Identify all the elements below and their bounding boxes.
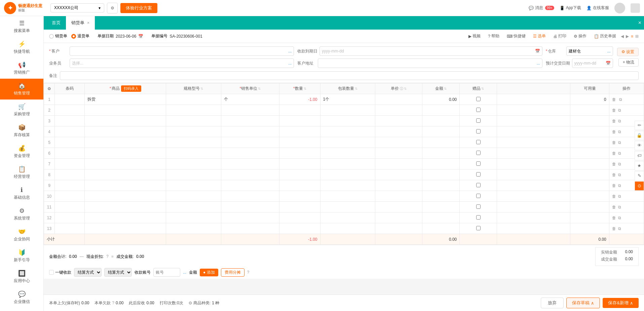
right-tool-active[interactable]: ⊙ bbox=[635, 181, 644, 191]
cell-unit[interactable]: 个 bbox=[221, 94, 279, 105]
delete-icon[interactable]: 🗑 bbox=[612, 140, 616, 145]
sidebar-item-system[interactable]: ⚙ 系统管理 bbox=[0, 204, 43, 225]
trial-button[interactable]: 体验行业方案 bbox=[120, 3, 157, 13]
cell-price[interactable] bbox=[375, 94, 422, 105]
note-input[interactable] bbox=[60, 71, 639, 80]
view-list-icon[interactable]: ≡ bbox=[631, 34, 633, 39]
warehouse-wrap[interactable]: 建材仓 ... bbox=[566, 46, 613, 56]
save-new-button[interactable]: 保存&新增 ∧ bbox=[603, 298, 639, 308]
sidebar-item-marketing[interactable]: 📢 营销推广 bbox=[0, 58, 43, 79]
cell-qty[interactable]: -1.00 bbox=[279, 94, 320, 105]
calc-method-select2[interactable]: 结算方式 bbox=[104, 268, 132, 277]
sidebar-item-cooperation[interactable]: 🤝 企业协同 bbox=[0, 225, 43, 245]
company-selector[interactable]: XXXXXX公司 ▾ bbox=[50, 3, 104, 12]
copy-icon[interactable]: ⧉ bbox=[618, 216, 621, 220]
sidebar-item-search[interactable]: ☰ 搜索菜单 bbox=[0, 16, 43, 37]
cell-spec[interactable] bbox=[166, 94, 221, 105]
add-payment-btn[interactable]: ● 添加 bbox=[200, 269, 218, 276]
payment-cal-icon[interactable]: 📅 bbox=[535, 49, 540, 53]
expected-date-wrap[interactable]: yyyy-mm-dd 📅 bbox=[572, 59, 613, 68]
gift-checkbox[interactable] bbox=[476, 183, 481, 187]
delete-icon[interactable]: 🗑 bbox=[612, 183, 616, 188]
gift-checkbox[interactable] bbox=[476, 215, 481, 220]
gift-checkbox[interactable] bbox=[476, 151, 481, 155]
salesperson-dots[interactable]: ... bbox=[288, 61, 292, 66]
sidebar-item-basic-info[interactable]: ℹ 基础信息 bbox=[0, 183, 43, 204]
gift-checkbox[interactable] bbox=[476, 161, 481, 166]
copy-icon[interactable]: ⧉ bbox=[618, 194, 621, 199]
gift-checkbox[interactable] bbox=[476, 140, 481, 144]
delete-icon[interactable]: 🗑 bbox=[612, 162, 616, 166]
gift-checkbox[interactable] bbox=[476, 226, 481, 230]
discount-help-icon[interactable]: ? bbox=[106, 254, 109, 259]
gift-checkbox[interactable] bbox=[476, 172, 481, 177]
shortcut-btn[interactable]: ⌨ 快捷键 bbox=[504, 32, 528, 40]
copy-icon[interactable]: ⧉ bbox=[618, 172, 621, 177]
col-settings[interactable]: ⚙ bbox=[44, 83, 55, 94]
arrear-help-icon[interactable]: ? bbox=[112, 301, 114, 305]
save-draft-button[interactable]: 保存草稿 ∧ bbox=[566, 298, 600, 308]
sidebar-item-guide[interactable]: 🔰 新手引导 bbox=[0, 245, 43, 266]
video-btn[interactable]: ▶ 视频 bbox=[466, 32, 483, 40]
copy-icon[interactable]: ⧉ bbox=[618, 129, 621, 134]
right-tool-star[interactable]: ★ bbox=[635, 161, 644, 170]
gift-checkbox[interactable] bbox=[476, 118, 481, 123]
account-input[interactable] bbox=[153, 268, 180, 277]
nav-right-icon[interactable]: ▶ bbox=[626, 34, 629, 39]
cell-barcode[interactable] bbox=[55, 94, 85, 105]
delete-icon[interactable]: 🗑 bbox=[612, 216, 616, 220]
warehouse-dots[interactable]: ... bbox=[607, 49, 611, 53]
cell-pkg-qty[interactable]: 1个 bbox=[320, 94, 375, 105]
delete-icon[interactable]: 🗑 bbox=[612, 108, 616, 113]
sidebar-item-finance[interactable]: 💰 资金管理 bbox=[0, 141, 43, 162]
expected-cal-icon[interactable]: 📅 bbox=[606, 61, 611, 66]
logistics-button[interactable]: + 物流 bbox=[618, 58, 639, 67]
delete-icon[interactable]: 🗑 bbox=[612, 129, 616, 134]
right-tool-edit[interactable]: ✏ bbox=[635, 121, 644, 130]
tab-close-icon[interactable]: × bbox=[87, 21, 89, 25]
gift-checkbox[interactable] bbox=[476, 97, 481, 101]
customer-input-wrap[interactable]: ... bbox=[70, 46, 294, 56]
right-tool-pen[interactable]: ✎ bbox=[635, 171, 644, 181]
gift-checkbox[interactable] bbox=[476, 129, 481, 133]
salesperson-input-wrap[interactable]: 选择... ... bbox=[70, 59, 294, 68]
payment-date-wrap[interactable]: yyyy-mm-dd 📅 bbox=[319, 46, 542, 56]
copy-icon[interactable]: ⧉ bbox=[619, 97, 622, 102]
user-menu[interactable] bbox=[631, 3, 640, 13]
help-btn[interactable]: ? 帮助 bbox=[485, 32, 502, 40]
amount-dots[interactable]: ... bbox=[183, 270, 186, 275]
avatar[interactable] bbox=[614, 3, 625, 13]
customer-addr-wrap[interactable]: ... bbox=[318, 59, 542, 68]
message-btn[interactable]: 💬 消息 99+ bbox=[529, 5, 554, 11]
copy-icon[interactable]: ⧉ bbox=[618, 162, 621, 166]
operation-btn[interactable]: ⚙ 操作 bbox=[571, 32, 589, 40]
delete-icon[interactable]: 🗑 bbox=[612, 194, 616, 199]
right-tool-eye[interactable]: 👁 bbox=[635, 141, 644, 150]
app-download-btn[interactable]: 📱 App下载 bbox=[560, 5, 581, 11]
tab-sales-order[interactable]: 销货单 × bbox=[66, 16, 95, 30]
copy-icon[interactable]: ⧉ bbox=[618, 226, 621, 231]
print-btn[interactable]: 🖨 打印 bbox=[551, 32, 569, 40]
copy-icon[interactable]: ⧉ bbox=[618, 151, 621, 156]
copy-icon[interactable]: ⧉ bbox=[618, 140, 621, 145]
nav-left-icon[interactable]: ◀ bbox=[621, 34, 624, 39]
right-tool-lock[interactable]: 🔒 bbox=[635, 131, 644, 140]
history-btn[interactable]: 📋 历史单据 bbox=[591, 32, 619, 40]
expense-split-btn[interactable]: 费用分摊 bbox=[221, 268, 244, 277]
settings-button[interactable]: ⚙ 设置 bbox=[617, 48, 639, 56]
view-grid-icon[interactable]: ⊞ bbox=[635, 34, 639, 39]
delete-icon[interactable]: 🗑 bbox=[612, 172, 616, 177]
customer-dots[interactable]: ... bbox=[288, 49, 292, 53]
cell-gift[interactable] bbox=[460, 94, 497, 105]
delete-icon[interactable]: 🗑 bbox=[612, 205, 616, 209]
scan-btn[interactable]: 扫码录入 bbox=[121, 85, 141, 92]
copy-icon[interactable]: ⧉ bbox=[618, 108, 621, 113]
sidebar-item-management[interactable]: 📋 经营管理 bbox=[0, 162, 43, 183]
calc-method-select[interactable]: 结算方式 bbox=[74, 268, 102, 277]
sidebar-item-inventory[interactable]: 📦 库存核算 bbox=[0, 120, 43, 141]
radio-return-order[interactable]: 退货单 bbox=[71, 33, 89, 39]
online-service-btn[interactable]: 👤 在线客服 bbox=[586, 5, 609, 11]
copy-icon[interactable]: ⧉ bbox=[618, 183, 621, 188]
sidebar-item-enterprise-wechat[interactable]: 💬 企业微信 bbox=[0, 287, 43, 308]
delete-icon[interactable]: 🗑 bbox=[612, 97, 616, 102]
